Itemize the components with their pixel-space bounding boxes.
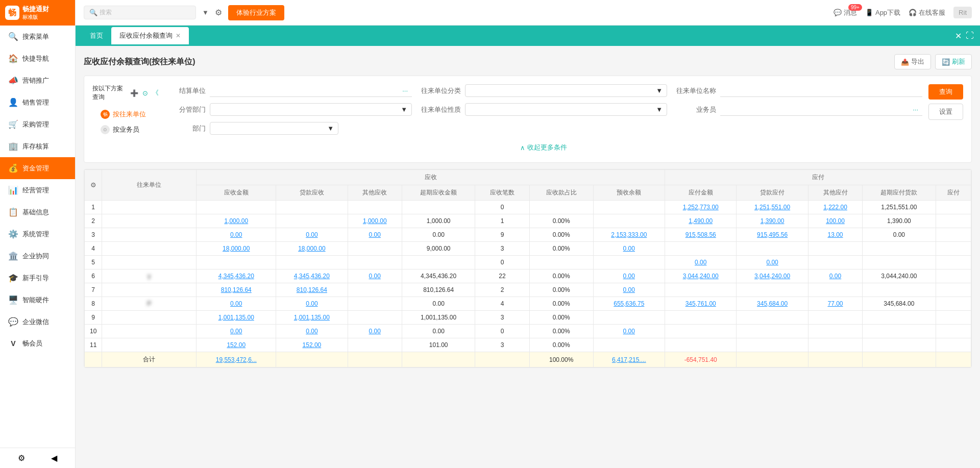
cell-ys-je[interactable] bbox=[197, 256, 276, 269]
cell-ys-je[interactable]: 18,000.00 bbox=[197, 242, 276, 256]
cell-qt-ys[interactable] bbox=[348, 242, 402, 256]
cell-ys-ye[interactable] bbox=[593, 201, 665, 214]
cell-dk-yf[interactable]: 1,390.00 bbox=[737, 214, 808, 228]
cell-yf-je[interactable]: 0.00 bbox=[665, 256, 737, 269]
cell-ys-je[interactable]: 1,001,135.00 bbox=[197, 311, 276, 325]
cell-yf-je[interactable] bbox=[665, 311, 737, 325]
cell-qt-ys[interactable] bbox=[348, 201, 402, 214]
cell-qt-yf[interactable]: 100.00 bbox=[808, 214, 862, 228]
cell-ys-je[interactable] bbox=[197, 201, 276, 214]
cell-ys-ye[interactable]: 0.00 bbox=[593, 283, 665, 297]
cell-dk-yf[interactable]: 915,495.56 bbox=[737, 228, 808, 242]
cell-dk-yf[interactable]: 3,044,240.00 bbox=[737, 269, 808, 283]
topbar-search-bar[interactable]: 🔍 搜索 bbox=[84, 6, 196, 19]
cell-ys-je[interactable]: 0.00 bbox=[197, 297, 276, 311]
cell-qt-ys[interactable] bbox=[348, 283, 402, 297]
tab-query[interactable]: 应收应付余额查询 ✕ bbox=[111, 27, 189, 44]
cell-qt-ys[interactable] bbox=[348, 338, 402, 352]
cell-ys-ye[interactable]: 0.00 bbox=[593, 269, 665, 283]
cell-qt-ys[interactable]: 0.00 bbox=[348, 325, 402, 338]
cell-ys-ye[interactable]: 0.00 bbox=[593, 325, 665, 338]
sidebar-item-inventory[interactable]: 🏢 库存核算 bbox=[0, 135, 75, 157]
sidebar-item-wechat[interactable]: 💬 企业微信 bbox=[0, 311, 75, 333]
cell-dk-ys[interactable]: 18,000.00 bbox=[276, 242, 348, 256]
cell-yf-je[interactable] bbox=[665, 338, 737, 352]
cell-ys-je[interactable]: 4,345,436.20 bbox=[197, 269, 276, 283]
sidebar-item-sales[interactable]: 👤 销售管理 bbox=[0, 91, 75, 113]
cell-ys-je[interactable]: 810,126.64 bbox=[197, 283, 276, 297]
cell-qt-yf[interactable]: 1,222.00 bbox=[808, 201, 862, 214]
tab-close-icon[interactable]: ✕ bbox=[176, 32, 181, 39]
cell-qt-yf[interactable]: 13.00 bbox=[808, 228, 862, 242]
topbar-service[interactable]: 🎧 在线客服 bbox=[909, 8, 945, 17]
th-settings[interactable]: ⚙ bbox=[85, 170, 102, 201]
cell-yf-je[interactable] bbox=[665, 242, 737, 256]
scheme-settings-icon[interactable]: ⊙ bbox=[142, 89, 148, 97]
cell-dk-yf[interactable] bbox=[737, 311, 808, 325]
unit-name-input[interactable] bbox=[720, 85, 922, 97]
tab-home[interactable]: 首页 bbox=[82, 27, 111, 44]
cell-dk-ys[interactable]: 4,345,436.20 bbox=[276, 269, 348, 283]
cell-dk-ys[interactable] bbox=[276, 256, 348, 269]
cell-dk-yf[interactable]: 1,251,551.00 bbox=[737, 201, 808, 214]
cell-qt-yf[interactable] bbox=[808, 256, 862, 269]
export-button[interactable]: 📤 导出 bbox=[894, 54, 931, 69]
filter-option-by-salesman[interactable]: ⊙ 按业务员 bbox=[96, 123, 159, 136]
sidebar-item-finance[interactable]: 💰 资金管理 bbox=[0, 157, 75, 179]
dept-select[interactable]: ▼ bbox=[210, 103, 412, 116]
query-button[interactable]: 查询 bbox=[928, 84, 963, 100]
cell-ys-ye[interactable] bbox=[593, 256, 665, 269]
salesman-input-wrap[interactable]: ··· bbox=[720, 104, 922, 116]
cell-qt-yf[interactable] bbox=[808, 283, 862, 297]
cell-ys-ye[interactable]: 2,153,333.00 bbox=[593, 228, 665, 242]
cell-dk-ys[interactable]: 152.00 bbox=[276, 338, 348, 352]
topbar-dropdown-icon[interactable]: ▼ bbox=[202, 9, 209, 16]
cell-dk-yf[interactable] bbox=[737, 242, 808, 256]
cell-qt-ys[interactable]: 1,000.00 bbox=[348, 214, 402, 228]
sidebar-item-quicknav[interactable]: 🏠 快捷导航 bbox=[0, 47, 75, 69]
cell-qt-ys[interactable] bbox=[348, 297, 402, 311]
cell-qt-ys[interactable]: 0.00 bbox=[348, 269, 402, 283]
sidebar-item-system[interactable]: ⚙️ 系统管理 bbox=[0, 223, 75, 245]
scheme-add-icon[interactable]: ➕ bbox=[130, 89, 138, 97]
cell-yf-je[interactable] bbox=[665, 283, 737, 297]
sidebar-item-hardware[interactable]: 🖥️ 智能硬件 bbox=[0, 289, 75, 311]
cell-yf-je[interactable] bbox=[665, 325, 737, 338]
cell-qt-yf[interactable] bbox=[808, 325, 862, 338]
cell-ys-je[interactable]: 152.00 bbox=[197, 338, 276, 352]
cell-qt-yf[interactable] bbox=[808, 338, 862, 352]
cell-qt-ys[interactable] bbox=[348, 311, 402, 325]
cell-dk-yf[interactable] bbox=[737, 325, 808, 338]
collapse-sidebar-icon[interactable]: ◀ bbox=[51, 453, 57, 463]
sidebar-item-guide[interactable]: 🎓 新手引导 bbox=[0, 267, 75, 289]
cell-ys-ye[interactable] bbox=[593, 338, 665, 352]
cell-dk-ys[interactable]: 810,126.64 bbox=[276, 283, 348, 297]
tabbar-expand-btn[interactable]: ⛶ bbox=[966, 31, 974, 41]
topbar-gear-icon[interactable]: ⚙ bbox=[215, 8, 222, 17]
cell-qt-yf[interactable] bbox=[808, 242, 862, 256]
cell-ys-ye[interactable]: 655,636.75 bbox=[593, 297, 665, 311]
refresh-button[interactable]: 🔄 刷新 bbox=[935, 54, 972, 69]
tabbar-close-btn[interactable]: ✕ bbox=[955, 31, 962, 41]
cell-dk-yf[interactable] bbox=[737, 338, 808, 352]
topbar-app[interactable]: 📱 App下载 bbox=[865, 8, 900, 17]
topbar-user[interactable]: Rit bbox=[953, 7, 972, 18]
cell-qt-yf[interactable]: 0.00 bbox=[808, 269, 862, 283]
solution-button[interactable]: 体验行业方案 bbox=[228, 5, 284, 20]
cell-yf-je[interactable]: 1,252,773.00 bbox=[665, 201, 737, 214]
filter-option-by-unit[interactable]: 畅 按往来单位 bbox=[96, 108, 159, 121]
cell-ys-je[interactable]: 1,000.00 bbox=[197, 214, 276, 228]
bumen-select[interactable]: ▼ bbox=[210, 122, 338, 135]
cell-dk-ys[interactable]: 0.00 bbox=[276, 325, 348, 338]
cell-ys-ye[interactable] bbox=[593, 214, 665, 228]
sidebar-item-corp[interactable]: 🏛️ 企业协同 bbox=[0, 245, 75, 267]
cell-ys-ye[interactable] bbox=[593, 311, 665, 325]
cell-dk-yf[interactable] bbox=[737, 283, 808, 297]
cell-dk-ys[interactable] bbox=[276, 214, 348, 228]
collapse-bar[interactable]: ∧ 收起更多条件 bbox=[165, 141, 922, 154]
cell-dk-ys[interactable]: 0.00 bbox=[276, 228, 348, 242]
cell-yf-je[interactable]: 1,490.00 bbox=[665, 214, 737, 228]
cell-dk-ys[interactable]: 0.00 bbox=[276, 297, 348, 311]
unit-nature-select[interactable]: ▼ bbox=[465, 103, 667, 116]
cell-ys-je[interactable]: 0.00 bbox=[197, 228, 276, 242]
